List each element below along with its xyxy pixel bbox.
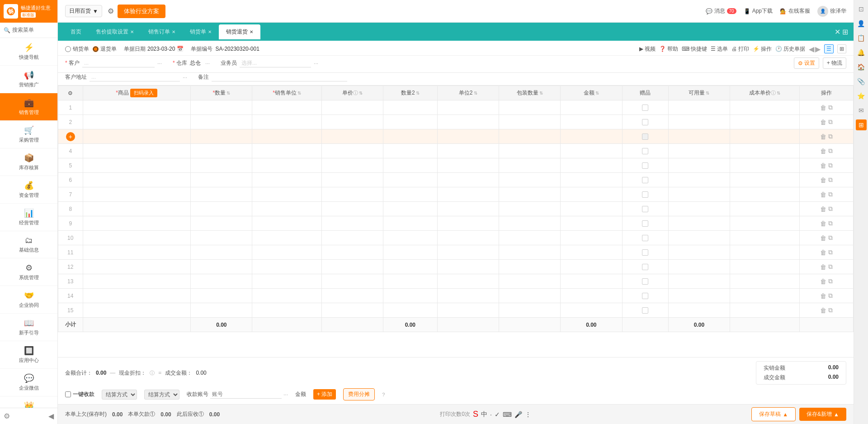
gift-cell-3[interactable] bbox=[622, 129, 668, 144]
pkg-cell-3[interactable] bbox=[499, 129, 560, 144]
warehouse-dots[interactable]: ··· bbox=[205, 60, 210, 67]
address-dots[interactable]: ··· bbox=[183, 74, 187, 81]
delete-icon-6[interactable]: 🗑 bbox=[820, 176, 826, 184]
calendar-icon[interactable]: 📅 bbox=[177, 46, 184, 52]
qty-sort-icon[interactable]: ⇅ bbox=[226, 91, 230, 95]
amount-cell-2[interactable] bbox=[561, 115, 622, 129]
unit2-sort-icon[interactable]: ⇅ bbox=[474, 91, 477, 95]
delete-icon-12[interactable]: 🗑 bbox=[820, 263, 826, 271]
amount-sort-icon[interactable]: ⇅ bbox=[595, 91, 599, 95]
prev-arrow[interactable]: ◀ bbox=[809, 45, 814, 53]
settings-icon-7[interactable]: ⭐ bbox=[856, 91, 867, 101]
add-row-button[interactable]: + bbox=[66, 132, 75, 141]
sidebar-search-item[interactable]: 🔍 搜索菜单 bbox=[0, 23, 57, 38]
onepay-checkbox[interactable] bbox=[65, 391, 71, 397]
sidebar-item-marketing[interactable]: 📢 营销推广 bbox=[0, 66, 57, 93]
print-button[interactable]: 🖨 打印 bbox=[731, 45, 749, 53]
gift-checkbox-15[interactable] bbox=[642, 307, 648, 314]
history-button[interactable]: 🕐 历史单据 bbox=[775, 45, 805, 53]
sidebar-item-business[interactable]: 📊 经营管理 bbox=[0, 204, 57, 231]
qty2-cell-2[interactable] bbox=[383, 115, 437, 129]
collapse-icon[interactable]: ◀ bbox=[48, 412, 54, 420]
add-button[interactable]: + 添加 bbox=[313, 389, 336, 400]
gift-checkbox-6[interactable] bbox=[642, 177, 648, 183]
avail-cell-3[interactable] bbox=[668, 129, 730, 144]
amount-cell-3[interactable] bbox=[561, 129, 622, 144]
unit2-cell-2[interactable] bbox=[437, 115, 499, 129]
settings-gear-icon[interactable]: ⚙ bbox=[4, 412, 10, 420]
onepay-checkbox-label[interactable]: 一键收款 bbox=[65, 391, 94, 398]
gift-cell-2[interactable] bbox=[622, 115, 668, 129]
account-dots[interactable]: ··· bbox=[283, 391, 288, 398]
radio-sale-input[interactable] bbox=[65, 46, 71, 52]
sidebar-item-enterprise[interactable]: 🤝 企业协同 bbox=[0, 286, 57, 314]
sidebar-item-apps[interactable]: 🔲 应用中心 bbox=[0, 341, 57, 369]
qty2-cell-3[interactable] bbox=[383, 129, 437, 144]
daily-selector[interactable]: 日用百货 ▼ bbox=[65, 5, 102, 17]
tab-sales-order-close[interactable]: ✕ bbox=[172, 29, 175, 34]
price-cell-3[interactable] bbox=[321, 129, 383, 144]
gift-checkbox-7[interactable] bbox=[642, 191, 648, 198]
sidebar-item-member[interactable]: 👑 畅会员 bbox=[0, 396, 57, 408]
copy-icon-1[interactable]: ⧉ bbox=[828, 104, 833, 111]
cost-cell-3[interactable] bbox=[730, 129, 799, 144]
cost-info-icon[interactable]: ⓘ bbox=[771, 90, 776, 95]
tab-sales-order[interactable]: 销售订单 ✕ bbox=[141, 24, 183, 39]
price-cell-1[interactable] bbox=[321, 100, 383, 115]
delete-icon-14[interactable]: 🗑 bbox=[820, 292, 826, 300]
delete-icon-8[interactable]: 🗑 bbox=[820, 205, 826, 213]
date-value[interactable]: 2023-03-20 bbox=[147, 46, 175, 52]
copy-icon-14[interactable]: ⧉ bbox=[828, 292, 833, 300]
settings-icon-4[interactable]: 🔔 bbox=[856, 47, 867, 58]
staff-input[interactable] bbox=[240, 59, 311, 67]
copy-icon-10[interactable]: ⧉ bbox=[828, 234, 833, 242]
customer-input[interactable] bbox=[82, 59, 155, 67]
staff-dots[interactable]: ··· bbox=[314, 60, 318, 67]
pkg-cell-1[interactable] bbox=[499, 100, 560, 115]
delete-icon-9[interactable]: 🗑 bbox=[820, 220, 826, 227]
unit-sort-icon[interactable]: ⇅ bbox=[297, 91, 301, 95]
gift-checkbox-14[interactable] bbox=[642, 293, 648, 299]
delete-icon-1[interactable]: 🗑 bbox=[820, 104, 826, 111]
copy-icon-9[interactable]: ⧉ bbox=[828, 219, 833, 227]
delete-icon-15[interactable]: 🗑 bbox=[820, 307, 826, 314]
avail-cell-2[interactable] bbox=[668, 115, 730, 129]
product-cell-2[interactable] bbox=[83, 115, 191, 129]
copy-icon-3[interactable]: ⧉ bbox=[828, 133, 833, 140]
copy-icon-11[interactable]: ⧉ bbox=[828, 248, 833, 256]
set-button[interactable]: ⚙ 设置 bbox=[794, 57, 819, 69]
operate-button[interactable]: ⚡ 操作 bbox=[753, 45, 772, 53]
qty2-cell-1[interactable] bbox=[383, 100, 437, 115]
tab-price-extract-close[interactable]: ✕ bbox=[130, 29, 134, 34]
unit-cell-2[interactable] bbox=[252, 115, 321, 129]
settings-icon-8[interactable]: ✉ bbox=[856, 105, 867, 116]
tab-sales-bill[interactable]: 销货单 ✕ bbox=[183, 24, 219, 39]
copy-icon-5[interactable]: ⧉ bbox=[828, 162, 833, 169]
next-arrow[interactable]: ▶ bbox=[815, 45, 821, 53]
product-cell-4[interactable] bbox=[83, 144, 191, 158]
tab-sales-return-close[interactable]: ✕ bbox=[250, 29, 253, 34]
radio-return[interactable]: 退货单 bbox=[93, 45, 117, 53]
sidebar-item-basic[interactable]: 🗂 基础信息 bbox=[0, 231, 57, 258]
gift-checkbox-10[interactable] bbox=[642, 235, 648, 241]
copy-icon-13[interactable]: ⧉ bbox=[828, 277, 833, 285]
settings-icon-9-active[interactable]: ⊞ bbox=[856, 119, 867, 130]
select-button[interactable]: ☰ 选单 bbox=[711, 45, 728, 53]
pkg-cell-2[interactable] bbox=[499, 115, 560, 129]
gift-checkbox-11[interactable] bbox=[642, 249, 648, 256]
scan-button[interactable]: 扫码录入 bbox=[130, 89, 157, 97]
cost-cell-1[interactable] bbox=[730, 100, 799, 115]
delete-icon-4[interactable]: 🗑 bbox=[820, 148, 826, 155]
sidebar-item-shortcut[interactable]: ⚡ 快捷导航 bbox=[0, 38, 57, 66]
copy-icon-7[interactable]: ⧉ bbox=[828, 191, 833, 198]
tab-price-extract[interactable]: 售价提取设置 ✕ bbox=[89, 24, 141, 39]
split-button[interactable]: 费用分摊 bbox=[343, 388, 375, 400]
split-help-icon[interactable]: ? bbox=[382, 392, 385, 397]
cost-sort-icon[interactable]: ⇅ bbox=[777, 91, 780, 95]
list-view-btn[interactable]: ☰ bbox=[824, 44, 834, 53]
pkg-sort-icon[interactable]: ⇅ bbox=[539, 91, 543, 95]
product-input-3[interactable] bbox=[85, 133, 189, 140]
sidebar-item-purchase[interactable]: 🛒 采购管理 bbox=[0, 121, 57, 148]
note-input[interactable] bbox=[212, 73, 347, 81]
gift-checkbox-4[interactable] bbox=[642, 148, 648, 154]
